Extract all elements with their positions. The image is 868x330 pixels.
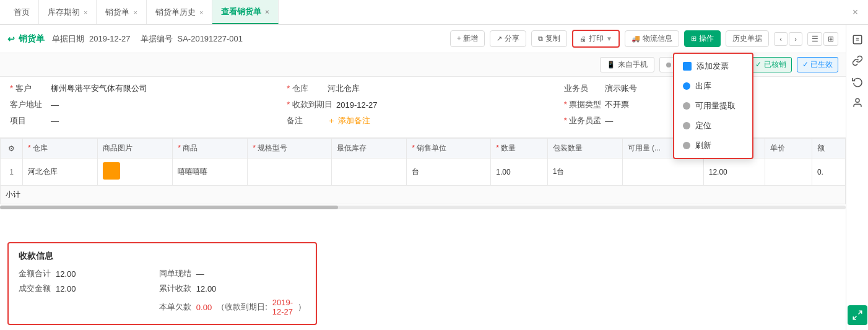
date-label: 单据日期 xyxy=(52,33,84,45)
sidebar-icon-doc[interactable] xyxy=(848,30,867,50)
menu-locate[interactable]: 定位 xyxy=(674,116,752,136)
outbound-icon xyxy=(683,82,690,90)
tab-history-close[interactable]: × xyxy=(199,9,203,16)
qty-take-icon xyxy=(683,102,690,110)
col-spec: 规格型号 xyxy=(248,139,332,158)
customer-label: 客户 xyxy=(10,83,47,94)
row-product: 嘻嘻嘻嘻 xyxy=(173,158,248,186)
menu-outbound[interactable]: 出库 xyxy=(674,76,752,96)
svg-line-4 xyxy=(858,311,861,314)
copy-button[interactable]: ⧉ 复制 xyxy=(531,30,567,47)
remark-add-btn[interactable]: ＋ 添加备注 xyxy=(328,115,370,126)
project-field: 项目 — xyxy=(10,115,282,126)
tab-sales-close[interactable]: × xyxy=(133,9,137,16)
tab-inventory-close[interactable]: × xyxy=(84,9,87,16)
tab-inventory-init[interactable]: 库存期初 × xyxy=(39,0,97,24)
product-thumbnail xyxy=(103,162,120,180)
sidebar-icon-user[interactable] xyxy=(848,93,867,113)
tab-bar: 首页 库存期初 × 销货单 × 销货单历史 × 查看销货单 × × xyxy=(0,0,868,25)
doc-icon: ↩ xyxy=(7,34,15,44)
doc-title: ↩ 销货单 xyxy=(7,33,45,45)
from-mobile-button[interactable]: 📱 来自手机 xyxy=(600,57,654,72)
address-field: 客户地址 — xyxy=(10,99,282,110)
logistics-label: 物流信息 xyxy=(643,33,672,44)
sidebar-icon-refresh[interactable] xyxy=(848,72,867,92)
tab-view-label: 查看销货单 xyxy=(221,6,261,17)
table-row: 1 河北仓库 嘻嘻嘻嘻 台 1.00 1台 12.00 xyxy=(1,158,846,186)
row-num: 1 xyxy=(1,158,23,186)
address-value: — xyxy=(51,100,59,110)
tab-home-label: 首页 xyxy=(14,7,30,18)
settings-icon[interactable]: ⚙ xyxy=(8,144,15,153)
col-warehouse: 仓库 xyxy=(23,139,98,158)
refresh-label: 刷新 xyxy=(695,140,711,151)
scroll-thumb xyxy=(0,206,338,209)
mobile-icon: 📱 xyxy=(607,61,615,69)
refresh-icon xyxy=(683,142,690,149)
tab-view-close[interactable]: × xyxy=(265,8,269,15)
operations-label: 操作 xyxy=(699,33,714,44)
cumulative-label: 累计收款 xyxy=(159,283,191,294)
history-label: 历史单据 xyxy=(732,33,762,44)
add-label: + 新增 xyxy=(457,33,478,44)
salesperson-label: 业务员孟 xyxy=(564,115,602,126)
qty-take-label: 可用量提取 xyxy=(695,100,736,111)
row-unit: 台 xyxy=(407,158,491,186)
staff-label: 业务员 xyxy=(564,83,601,94)
history-button[interactable]: 历史单据 xyxy=(726,30,769,47)
col-settings[interactable]: ⚙ xyxy=(1,139,23,158)
tab-sales-label: 销货单 xyxy=(105,7,129,18)
svg-line-5 xyxy=(853,316,856,319)
balance-label: 本单欠款 xyxy=(159,302,191,313)
logistics-button[interactable]: 🚚 物流信息 xyxy=(625,30,679,47)
effective-check-icon: ✓ xyxy=(802,60,809,69)
sidebar-icon-link[interactable] xyxy=(848,51,867,71)
col-price: 单价 xyxy=(765,139,812,158)
subtotal-row: 小计 xyxy=(1,186,846,204)
col-qty: 数量 xyxy=(491,139,547,158)
tab-home[interactable]: 首页 xyxy=(5,0,39,24)
deal-amount-row: 成交金额 12.00 xyxy=(19,283,159,294)
menu-qty-take[interactable]: 可用量提取 xyxy=(674,96,752,116)
copy-label: 复制 xyxy=(545,33,560,44)
sidebar-icon-expand[interactable] xyxy=(848,305,867,325)
total-row: 金额合计 12.00 xyxy=(19,268,159,279)
row-price xyxy=(765,158,812,186)
same-order-value: — xyxy=(196,269,204,279)
scroll-indicator[interactable] xyxy=(0,206,846,209)
row-pack-qty: 1台 xyxy=(547,158,622,186)
from-mobile-label: 来自手机 xyxy=(618,59,648,70)
tab-bar-close-btn[interactable]: × xyxy=(848,7,863,18)
customer-value: 柳州粤港平安气体有限公司 xyxy=(51,83,147,94)
remark-field: 备注 ＋ 添加备注 xyxy=(287,115,558,126)
tab-view-sales[interactable]: 查看销货单 × xyxy=(212,0,278,24)
payment-info-box: 收款信息 金额合计 12.00 同单现结 — 成交金额 12.00 累计收款 1… xyxy=(7,242,317,325)
row-current-stock: 12.00 xyxy=(703,158,765,186)
add-button[interactable]: + 新增 xyxy=(450,30,485,47)
grid-view-button[interactable]: ⊞ xyxy=(823,32,838,46)
menu-add-invoice[interactable]: 添加发票 xyxy=(674,56,752,76)
balance-row: 本单欠款 0.00 （收款到期日: 2019-12-27 ） xyxy=(159,298,306,316)
col-unit: 销售单位 xyxy=(407,139,491,158)
share-button[interactable]: ↗ 分享 xyxy=(490,30,526,47)
tab-history-label: 销货单历史 xyxy=(155,7,196,18)
tab-sales-history[interactable]: 销货单历史 × xyxy=(147,0,212,24)
menu-refresh[interactable]: 刷新 xyxy=(674,136,752,155)
date-value: 2019-12-27 xyxy=(89,34,131,43)
tab-sales-order[interactable]: 销货单 × xyxy=(97,0,146,24)
print-button[interactable]: 🖨 打印 ▼ xyxy=(572,30,620,48)
print-label: 打印 xyxy=(589,33,604,44)
cumulative-value: 12.00 xyxy=(196,284,217,293)
prev-button[interactable]: ‹ xyxy=(774,32,788,46)
cancelled-label: 已核销 xyxy=(764,60,786,69)
row-min-stock xyxy=(332,158,407,186)
col-min-stock: 最低库存 xyxy=(332,139,407,158)
address-label: 客户地址 xyxy=(10,99,47,110)
list-view-button[interactable]: ☰ xyxy=(807,32,822,46)
subtotal-label: 小计 xyxy=(1,186,846,204)
operations-button[interactable]: ⊞ 操作 xyxy=(684,30,721,47)
due-end: ） xyxy=(298,302,306,313)
next-button[interactable]: › xyxy=(789,32,802,46)
add-invoice-icon xyxy=(683,62,692,71)
deal-amount-value: 12.00 xyxy=(56,284,76,293)
